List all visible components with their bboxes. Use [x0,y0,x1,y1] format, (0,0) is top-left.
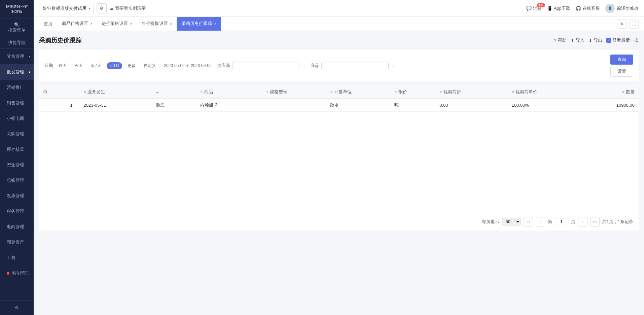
tab-sale-price[interactable]: 售价提取设置 × [137,17,177,31]
tabbar-actions: ✕ ⛶ [617,19,639,29]
topbar-left: 好业财标准版交付试用 ▾ ⚙ ☁ 我要看实例演示 [39,3,146,13]
tab-close-icon[interactable]: × [170,22,172,26]
sidebar-item-tax[interactable]: 税务管理 [0,204,34,219]
sidebar-item-label: 发票管理 [7,193,24,199]
sidebar-item-search[interactable]: 🔍 搜索菜单 [0,19,34,37]
sidebar-item-salary[interactable]: 工资 [0,250,34,266]
page-number-input[interactable] [555,218,568,225]
sidebar-item-wholesale[interactable]: 批发管理 ▴ [0,64,34,80]
th-gear[interactable]: ⚙ [39,85,66,99]
user-name: 徐泽华修改 [617,5,639,11]
page-prefix-label: 第 [548,219,552,225]
th-unit[interactable]: ⇅ 计量单位 [326,85,390,99]
main-area: 好业财标准版交付试用 ▾ ⚙ ☁ 我要看实例演示 💬 消息 99+ 📱 App下… [34,0,644,315]
sidebar-item-general-ledger[interactable]: 总账管理 [0,173,34,188]
th-biz-date[interactable]: ⇅ 业务发生... [80,85,152,99]
page-suffix-label: 页 [571,219,575,225]
sidebar-item-sales[interactable]: 销售管理 [0,95,34,111]
sidebar-item-ecommerce-small[interactable]: 小畅电商 [0,111,34,126]
tab-close-icon[interactable]: × [214,22,216,26]
demo-button[interactable]: ☁ 我要看实例演示 [109,5,146,11]
tab-close-icon[interactable]: × [130,22,132,26]
tab-price-strategy[interactable]: 进价策略设置 × [97,17,137,31]
app-download-button[interactable]: 📱 App下载 [547,5,570,11]
sidebar-item-fixed-assets[interactable]: 固定资产 [0,235,34,250]
th-discount[interactable]: ⇅ 优惠前折... [435,85,507,99]
sidebar-item-label: 小畅电商 [7,115,24,121]
page-title: 采购历史价跟踪 [39,36,81,44]
supplier-input[interactable] [232,62,299,70]
sidebar-item-smart[interactable]: 智能管理 [0,266,34,281]
phone-icon: 📱 [547,6,552,11]
date-filter-label: 日期 [44,63,53,69]
version-label: 好业财标准版交付试用 [43,5,86,11]
tab-close-all-button[interactable]: ✕ [617,19,627,29]
data-table-container: ⚙ ⇅ 业务发生... ··· ⇅ 商品 ⇅ 规格型 [39,85,639,231]
supplier-more-icon[interactable]: ··· [301,63,305,68]
first-page-button[interactable]: ⏮ [524,217,533,226]
filter-settings-button[interactable]: 设置 [610,66,633,77]
th-pre-discount-price[interactable]: ⇅ 优惠前单价 [508,85,581,99]
query-button[interactable]: 查询 [610,55,633,65]
th-more[interactable]: ··· [152,85,196,99]
topbar: 好业财标准版交付试用 ▾ ⚙ ☁ 我要看实例演示 💬 消息 99+ 📱 App下… [34,0,644,17]
th-label: 规格型号 [270,89,287,94]
sidebar-item-purchase[interactable]: 采购管理 [0,126,34,142]
date-btn-more[interactable]: 更多 [125,62,138,69]
tab-close-icon[interactable]: × [90,22,92,26]
sidebar-item-invoice[interactable]: 发票管理 [0,188,34,204]
goods-input[interactable] [321,62,389,70]
date-btn-7days[interactable]: 近7天 [88,62,104,69]
app-logo: 畅捷通好业财标准版 [0,0,34,19]
goods-filter-label: 商品 [311,63,319,69]
per-page-label: 每页显示 [482,219,499,225]
topbar-right: 💬 消息 99+ 📱 App下载 🎧 在线客服 👤 徐泽华修改 [526,4,639,13]
tab-maximize-button[interactable]: ⛶ [629,19,639,29]
per-page-select[interactable]: 50 100 200 [502,218,521,225]
last-page-button[interactable]: ⏭ [590,217,600,226]
pagination-area: 每页显示 50 100 200 ⏮ ‹ 第 页 › ⏭ 共1页，1条记录 [39,213,639,231]
sidebar: 畅捷通好业财标准版 🔍 搜索菜单 快捷导航 零售管理 ▾ 批发管理 ▴ 营销推广… [0,0,34,315]
question-icon: ? [554,38,557,43]
more-icon: ··· [156,90,159,95]
date-btn-yesterday[interactable]: 昨天 [56,62,69,69]
sidebar-item-marketing[interactable]: 营销推广 [0,80,34,95]
chevron-down-icon: ▾ [88,6,90,10]
next-page-button[interactable]: › [578,217,587,226]
sidebar-item-finance[interactable]: 资金管理 [0,157,34,173]
th-price[interactable]: ⇅ 报价 [390,85,435,99]
import-button[interactable]: ⬆ 导入 [571,37,584,43]
prev-page-button[interactable]: ‹ [536,217,545,226]
sidebar-item-quick-nav[interactable]: 快捷导航 [0,37,34,49]
date-btn-1month[interactable]: 近1月 [107,62,122,69]
help-button[interactable]: ? 帮助 [554,37,567,43]
date-btn-today[interactable]: 今天 [72,62,85,69]
sidebar-item-retail[interactable]: 零售管理 ▾ [0,49,34,64]
app-name: 畅捷通好业财标准版 [6,4,28,14]
export-button[interactable]: ⬇ 导出 [588,37,602,43]
th-label: 优惠前单价 [515,89,537,94]
tab-home[interactable]: 首页 [39,17,57,31]
message-button[interactable]: 💬 消息 99+ [526,5,542,11]
tab-goods-price[interactable]: 商品价格设置 × [57,17,97,31]
sidebar-bottom-settings[interactable]: ⚙ [0,300,34,315]
last-only-checkbox[interactable]: ✓ 只看最后一次 [606,37,639,43]
sidebar-item-inventory[interactable]: 库存核算 [0,142,34,157]
online-service-button[interactable]: 🎧 在线客服 [576,5,600,11]
headset-icon: 🎧 [576,6,581,11]
help-label: 帮助 [558,37,567,43]
th-no [66,85,80,99]
th-qty[interactable]: ⇅ 数量 [581,85,639,99]
version-selector[interactable]: 好业财标准版交付试用 ▾ [39,4,94,13]
sidebar-item-label: 营销推广 [7,84,24,91]
filter-btn-group: 查询 设置 [610,55,633,77]
goods-more-icon[interactable]: ··· [391,63,394,68]
th-label: 报价 [398,89,407,94]
th-spec[interactable]: ⇅ 规格型号 [262,85,326,99]
date-btn-custom[interactable]: 自定义 [141,62,158,69]
tab-purchase-history[interactable]: 采购历史价跟踪 × [177,17,221,31]
sidebar-item-ecommerce[interactable]: 电商管理 [0,219,34,235]
th-goods[interactable]: ⇅ 商品 [196,85,262,99]
topbar-settings-button[interactable]: ⚙ [97,3,107,13]
user-area[interactable]: 👤 徐泽华修改 [605,4,639,13]
